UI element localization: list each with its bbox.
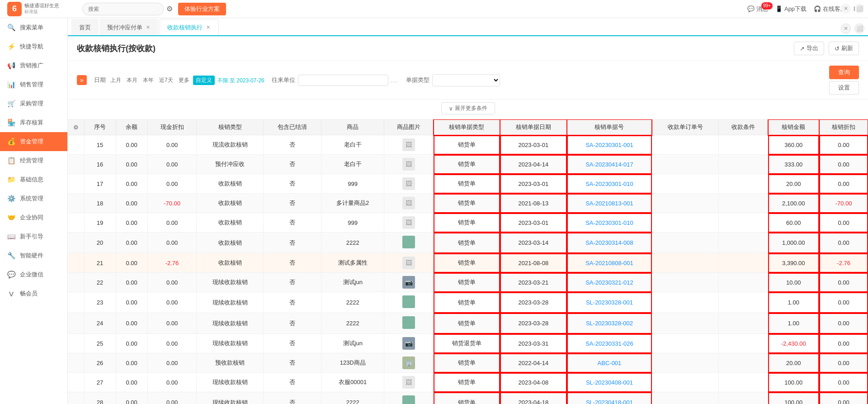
td-balance: 0.00: [116, 292, 147, 313]
search-input[interactable]: [82, 3, 164, 15]
bill-no-link[interactable]: SL-20230418-001: [586, 399, 633, 404]
bill-no-link[interactable]: SA-20230301-010: [585, 219, 633, 226]
date-this-month[interactable]: 本月: [125, 76, 139, 85]
company-filter-group: 往来单位 ...: [272, 75, 399, 86]
td-bill-no[interactable]: SA-20230301-010: [567, 213, 652, 233]
table-row: 22 0.00 0.00 现续收款核销 否 测试jun 📷 销货单 2023-0…: [68, 273, 868, 292]
td-bill-no[interactable]: SA-20230331-026: [567, 334, 652, 353]
refresh-icon: ↺: [835, 45, 840, 52]
sidebar-item-hardware[interactable]: 🔧 智能硬件: [0, 246, 67, 265]
sidebar-item-wechat[interactable]: 💬 企业微信: [0, 265, 67, 284]
td-bill-no[interactable]: SL-20230408-001: [567, 373, 652, 392]
sidebar-item-inventory[interactable]: 🏪 库存核算: [0, 113, 67, 132]
td-receipt-order-no: [652, 373, 719, 392]
bill-no-link[interactable]: SA-20230314-008: [585, 239, 633, 246]
td-bill-no[interactable]: SA-20230321-012: [567, 273, 652, 292]
tab-area-max-btn[interactable]: ⬜: [854, 24, 864, 33]
tab-write-off-close[interactable]: ✕: [205, 24, 211, 31]
td-no: 20: [84, 233, 116, 253]
bill-no-link[interactable]: ABC-001: [598, 360, 622, 366]
td-receipt-order-no: [652, 273, 719, 292]
logo-icon: 6: [7, 2, 22, 16]
expand-conditions-btn[interactable]: ∨ 展开更多条件: [441, 102, 495, 114]
bill-no-link[interactable]: SA-20230414-017: [585, 161, 633, 168]
industry-btn[interactable]: 体验行业方案: [178, 3, 226, 15]
tab-prepayment-label: 预付冲应付单: [107, 24, 142, 32]
date-more[interactable]: 更多: [177, 76, 191, 85]
bill-no-link[interactable]: SA-20230331-026: [585, 340, 633, 347]
td-bill-no[interactable]: SA-20210813-001: [567, 194, 652, 213]
sidebar-item-system[interactable]: ⚙️ 系统管理: [0, 189, 67, 208]
tab-write-off[interactable]: 收款核销执行 ✕: [160, 19, 219, 35]
td-bill-no[interactable]: SL-20230328-002: [567, 313, 652, 334]
sidebar-item-sales[interactable]: 📊 销售管理: [0, 75, 67, 94]
filter-expand-button[interactable]: »: [77, 75, 87, 85]
sidebar-item-guide[interactable]: 📖 新手引导: [0, 227, 67, 246]
date-this-year[interactable]: 本年: [141, 76, 156, 85]
td-bill-no[interactable]: SA-20210808-001: [567, 253, 652, 273]
column-settings-icon[interactable]: ⚙: [73, 124, 79, 131]
td-bill-date: 2021-08-13: [500, 194, 567, 213]
bill-no-link[interactable]: SL-20230328-001: [586, 299, 633, 306]
th-receipt-condition: 收款条件: [719, 119, 768, 135]
sidebar-item-search[interactable]: 🔍 搜索菜单: [0, 18, 67, 37]
bill-no-link[interactable]: SA-20230301-010: [585, 181, 633, 187]
window-max-btn[interactable]: ⬜: [854, 4, 864, 14]
sidebar-item-basic-info[interactable]: 📁 基础信息: [0, 170, 67, 189]
td-settings: [68, 273, 84, 292]
td-write-off-type: 现续收款核销: [197, 273, 264, 292]
sidebar-item-enterprise[interactable]: 🤝 企业协同: [0, 208, 67, 227]
gear-button[interactable]: ⚙: [166, 5, 173, 13]
bill-no-link[interactable]: SA-20230301-001: [585, 142, 633, 148]
sidebar-item-purchase[interactable]: 🛒 采购管理: [0, 94, 67, 113]
bill-no-link[interactable]: SA-20210813-001: [585, 200, 633, 207]
window-close-btn[interactable]: ✕: [841, 4, 851, 14]
table-row: 25 0.00 0.00 现续收款核销 否 测试jun 📷 销货退货单 2023…: [68, 334, 868, 353]
td-bill-no[interactable]: SA-20230314-008: [567, 233, 652, 253]
refresh-button[interactable]: ↺ 刷新: [829, 42, 859, 55]
date-last-month[interactable]: 上月: [108, 76, 123, 85]
td-bill-no[interactable]: SL-20230328-001: [567, 292, 652, 313]
app-icon: 📱: [775, 5, 783, 12]
sidebar-item-quick-nav[interactable]: ⚡ 快捷导航: [0, 37, 67, 56]
sidebar-item-marketing[interactable]: 📢 营销推广: [0, 56, 67, 75]
expand-conditions-label: 展开更多条件: [455, 105, 487, 112]
bill-no-link[interactable]: SA-20230321-012: [585, 279, 633, 286]
settings-button[interactable]: 设置: [829, 81, 859, 95]
tab-home[interactable]: 首页: [71, 19, 99, 35]
td-bill-no[interactable]: ABC-001: [567, 353, 652, 373]
date-custom[interactable]: 自定义: [193, 76, 215, 85]
sidebar-item-member[interactable]: V 畅会员: [0, 284, 67, 303]
product-image: 🖼: [402, 216, 415, 229]
th-settings[interactable]: ⚙: [68, 119, 84, 135]
td-bill-no[interactable]: SA-20230414-017: [567, 155, 652, 174]
td-bill-no[interactable]: SL-20230418-001: [567, 392, 652, 404]
td-receipt-condition: [719, 373, 768, 392]
sidebar-item-finance[interactable]: 💰 资金管理: [0, 132, 67, 151]
td-bill-no[interactable]: SA-20230301-001: [567, 135, 652, 155]
date-7days[interactable]: 近7天: [157, 76, 175, 85]
sidebar-label-operations: 经营管理: [20, 157, 43, 165]
export-button[interactable]: ↗ 导出: [794, 42, 824, 55]
company-input[interactable]: [298, 75, 388, 86]
td-write-off-discount: 0.00: [819, 334, 868, 353]
bill-no-link[interactable]: SL-20230328-002: [586, 320, 633, 327]
app-download-link[interactable]: 📱 App下载: [775, 5, 807, 13]
td-product-image: 📷: [384, 334, 434, 353]
tab-prepayment[interactable]: 预付冲应付单 ✕: [99, 19, 159, 35]
bill-no-link[interactable]: SL-20230408-001: [586, 379, 633, 386]
td-product-image: 🖼: [384, 155, 434, 174]
td-bill-date: 2023-04-08: [500, 373, 567, 392]
td-product-image: 🖼: [384, 253, 434, 273]
td-no: 16: [84, 155, 116, 174]
sidebar-label-guide: 新手引导: [20, 233, 43, 241]
table-area[interactable]: ⚙ 序号 余额 现金折扣 核销类型 包含已结清 商品 商品图片 核销单据类型 核…: [68, 119, 868, 404]
tab-prepayment-close[interactable]: ✕: [145, 24, 151, 31]
td-bill-no[interactable]: SA-20230301-010: [567, 174, 652, 194]
query-button[interactable]: 查询: [829, 66, 859, 79]
bill-type-select[interactable]: 销货单 销货退货单: [432, 74, 500, 86]
messages-link[interactable]: 💬 消息 99+: [747, 5, 768, 13]
bill-no-link[interactable]: SA-20210808-001: [585, 260, 633, 266]
sidebar-item-operations[interactable]: 📋 经营管理: [0, 151, 67, 170]
tab-area-close-btn[interactable]: ✕: [841, 24, 851, 33]
